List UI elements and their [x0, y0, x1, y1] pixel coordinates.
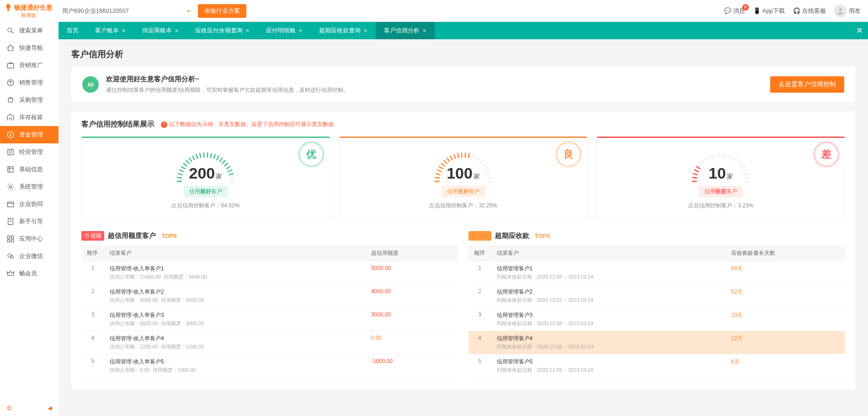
message-badge: 6	[742, 4, 749, 11]
svg-line-26	[200, 153, 201, 158]
try-industry-button[interactable]: 体验行业方案	[198, 4, 246, 18]
sidebar-item-label: 营销推广	[19, 61, 43, 69]
logo-text: 畅捷通好生意	[14, 4, 53, 12]
sidebar-item-search[interactable]: 搜索菜单	[0, 22, 59, 39]
svg-line-48	[450, 156, 452, 160]
stamp-icon: 优	[298, 142, 324, 167]
tab-客户信用分析[interactable]: 客户信用分析✕	[376, 22, 435, 39]
sidebar-item-vip[interactable]: 畅会员	[0, 265, 59, 282]
logo-icon	[4, 3, 12, 13]
sidebar-item-coop[interactable]: 企业协同	[0, 195, 59, 213]
svg-line-73	[711, 154, 713, 158]
tab-供应商账本[interactable]: 供应商账本✕	[134, 22, 187, 39]
svg-line-24	[192, 156, 194, 160]
settings-icon[interactable]: ⚙	[6, 405, 12, 411]
overdue-section: ⏱超期 超期应收款 TOP5 顺序 结算客户 应收账龄最长天数 1信用管理客户1…	[469, 231, 846, 378]
table-row[interactable]: 2信用管理客户2到期未收款日期：2020.12.02 -- 2023.03.24…	[469, 284, 846, 308]
sidebar-item-wechat[interactable]: 企业微信	[0, 247, 59, 265]
close-icon[interactable]: ✕	[363, 28, 367, 34]
tab-超期应收款查询[interactable]: 超期应收款查询✕	[311, 22, 376, 39]
phone-icon: 📱	[753, 7, 761, 14]
welcome-banner: Hi 欢迎使用好生意客户信用分析~ 通过控制结算客户的信用额度/信用期限，可实时…	[71, 67, 855, 102]
close-all-tabs[interactable]: ✕	[851, 22, 868, 39]
close-icon[interactable]: ✕	[122, 28, 126, 34]
sidebar-item-base[interactable]: 基础信息	[0, 161, 59, 178]
sidebar-item-appcenter[interactable]: 应用中心	[0, 230, 59, 247]
result-title: 客户信用控制结果展示	[81, 120, 154, 129]
sidebar-item-fund[interactable]: 资金管理	[0, 126, 59, 143]
online-service-button[interactable]: 🎧 在线客服	[793, 7, 826, 15]
tenant-name: 用户690企业1660120507	[62, 7, 129, 15]
svg-line-27	[204, 153, 204, 157]
sidebar-item-sales[interactable]: 销售管理	[0, 74, 59, 91]
svg-line-86	[745, 178, 749, 178]
table-row[interactable]: 1信用管理客户1到期未收款日期：2020.12.08 -- 2023.03.24…	[469, 261, 846, 284]
sidebar-item-label: 搜索菜单	[19, 26, 43, 35]
over-credit-title: 超信用额度客户	[108, 232, 156, 240]
svg-line-35	[226, 167, 230, 169]
svg-point-7	[10, 186, 12, 188]
svg-rect-12	[7, 240, 10, 242]
sidebar-item-label: 畅会员	[19, 269, 37, 278]
svg-line-21	[184, 163, 187, 166]
svg-line-37	[229, 174, 233, 174]
svg-line-58	[482, 163, 485, 166]
svg-rect-2	[7, 63, 14, 68]
sidebar-item-guide[interactable]: 新手引导	[0, 213, 59, 230]
sidebar-item-label: 采购管理	[19, 96, 43, 104]
svg-line-46	[444, 161, 447, 163]
sidebar-item-purchase[interactable]: 采购管理	[0, 91, 59, 109]
sidebar-item-stock[interactable]: 库存核算	[0, 109, 59, 126]
svg-line-50	[458, 153, 458, 158]
tab-应付明细账[interactable]: 应付明细账✕	[258, 22, 311, 39]
message-icon: 💬	[724, 7, 731, 14]
card-percent: 占总信用控制客户：64.52%	[90, 202, 321, 210]
sample-warning: ! 以下数据仅为示例，非真实数据。设置了信用控制后可展示真实数据	[161, 121, 334, 128]
svg-line-41	[435, 178, 439, 178]
sidebar-item-marketing[interactable]: 营销推广	[0, 57, 59, 74]
svg-line-54	[471, 154, 473, 158]
tenant-select[interactable]: 用户690企业1660120507 ▾	[62, 7, 190, 15]
over-credit-section: ⏱超额 超信用额度客户 TOP5 顺序 结算客户 超信用额度 1信用管理-收入单…	[81, 231, 458, 378]
sales-icon	[6, 79, 15, 87]
table-row[interactable]: 4信用管理-收入单客户4信用占用额：1200.00 信用额度：1200.000.…	[81, 331, 458, 354]
close-icon[interactable]: ✕	[422, 28, 426, 34]
table-row[interactable]: 4信用管理客户4到期未收款日期：2020.12.08 -- 2023.03.24…	[469, 331, 846, 354]
svg-line-69	[699, 163, 702, 166]
table-row[interactable]: 5信用管理客户5到期未收款日期：2020.12.08 -- 2023.03.24…	[469, 354, 846, 378]
table-row[interactable]: 2信用管理-收入单客户2信用占用额：9000.00 信用额度：5000.0040…	[81, 284, 458, 308]
sidebar-item-label: 新手引导	[19, 217, 43, 226]
search-icon	[6, 26, 15, 35]
quick-icon	[6, 44, 15, 52]
tab-应收应付余额查询[interactable]: 应收应付余额查询✕	[187, 22, 258, 39]
table-row[interactable]: 5信用管理-收入单客户5信用占用额：0.00 信用额度：1000.00-1000…	[81, 354, 458, 378]
tab-客户账本[interactable]: 客户账本✕	[87, 22, 134, 39]
go-setup-button[interactable]: 去设置客户信用控制	[770, 76, 844, 93]
table-row[interactable]: 1信用管理-收入单客户1信用占用额：11666.00 信用额度：6666.005…	[81, 261, 458, 284]
svg-line-30	[214, 154, 215, 158]
svg-line-70	[702, 161, 704, 163]
svg-line-31	[217, 156, 218, 160]
svg-line-19	[180, 170, 183, 172]
collapse-icon[interactable]: ◀	[48, 405, 52, 411]
user-menu[interactable]: 用友	[834, 5, 861, 17]
svg-line-71	[704, 158, 707, 161]
svg-rect-10	[7, 236, 10, 238]
credit-card-good: 优200家信用极好客户占总信用控制客户：64.52%	[81, 137, 330, 218]
sidebar-item-operate[interactable]: 经营管理	[0, 143, 59, 161]
svg-line-66	[693, 174, 698, 174]
app-download-button[interactable]: 📱 App下载	[753, 7, 785, 15]
svg-line-44	[439, 167, 442, 169]
messages-button[interactable]: 💬 消息 6	[724, 7, 745, 15]
tab-首页[interactable]: 首页	[59, 22, 87, 39]
svg-line-22	[186, 161, 189, 163]
sidebar-item-system[interactable]: 系统管理	[0, 178, 59, 195]
sidebar-item-quick[interactable]: 快捷导航	[0, 39, 59, 57]
svg-line-49	[454, 154, 455, 158]
close-icon[interactable]: ✕	[298, 28, 303, 34]
table-row[interactable]: 3信用管理-收入单客户3信用占用额：6000.00 信用额度：3000.0030…	[81, 308, 458, 331]
table-row[interactable]: 3信用管理客户3到期未收款日期：2020.12.08 -- 2023.03.24…	[469, 308, 846, 331]
guide-icon	[6, 217, 15, 226]
close-icon[interactable]: ✕	[245, 28, 250, 34]
close-icon[interactable]: ✕	[175, 28, 179, 34]
